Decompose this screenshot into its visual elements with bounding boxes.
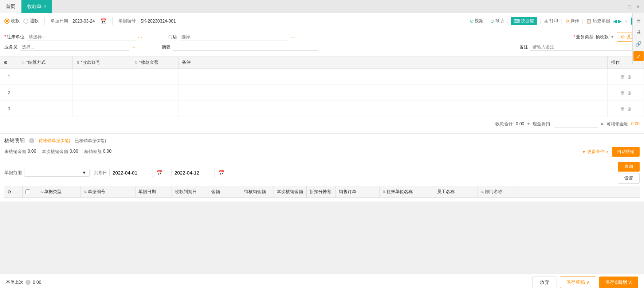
tab-active[interactable]: 收款单 × [21, 0, 52, 13]
tab-home[interactable]: 首页 [0, 0, 21, 13]
row-3-account[interactable] [73, 101, 131, 117]
calendar-icon[interactable]: 📅 [100, 18, 106, 24]
minimize-button[interactable]: — [618, 4, 624, 9]
help-button[interactable]: ⊙ 帮助 [490, 18, 504, 24]
radio-receipt[interactable]: 收款 [4, 18, 20, 24]
radio-refund[interactable]: 退款 [23, 18, 39, 24]
btable-select-all[interactable] [25, 189, 30, 194]
table-header: ⚙ ⇅ *结算方式 ⇅ *收款账号 ⇅ *收款金额 备注 操作 [0, 56, 644, 69]
nav-arrows: ◀ ▶ [613, 18, 622, 24]
business-type-arrow: ▼ [610, 34, 614, 39]
reconcile-stats: 未核销金额 0.00 本次核销金额 0.00 核销差额 0.00 ▼ 更多条件 … [4, 147, 640, 157]
window-controls: — □ × [618, 4, 644, 9]
row-1-settlement[interactable] [18, 69, 73, 85]
row-2-settlement[interactable] [18, 85, 73, 101]
maximize-button[interactable]: □ [627, 4, 632, 9]
history-button[interactable]: 📋 历史单据 [586, 18, 610, 24]
store-input[interactable] [179, 34, 288, 40]
right-panel-print-icon[interactable]: 🖨 [634, 28, 643, 36]
table-row: 1 🗑 ⊕ [0, 69, 644, 85]
close-button[interactable]: × [635, 4, 641, 9]
summary-input[interactable] [173, 44, 318, 51]
account-col-header: ⇅ *收款账号 [73, 56, 131, 68]
row-2-copy-icon[interactable]: ⊕ [627, 90, 632, 96]
receipt-table: ⚙ ⇅ *结算方式 ⇅ *收款账号 ⇅ *收款金额 备注 操作 1 [0, 56, 644, 117]
row-1-remark[interactable] [178, 69, 608, 85]
shortcut-button[interactable]: ⌨ 快捷键 [511, 17, 537, 25]
range-select[interactable]: ▼ [24, 169, 90, 177]
row-2-delete-icon[interactable]: 🗑 [620, 90, 625, 96]
unchecked-stat: 未核销金额 0.00 [4, 149, 36, 155]
draft-button[interactable]: 保存草稿 ∧ [560, 277, 596, 288]
reconcile-amount-value: 0.00 [631, 121, 640, 126]
filter-icon: ▼ [582, 149, 586, 154]
settings-col-header[interactable]: ⚙ [0, 56, 18, 68]
video-icon: ⊙ [470, 19, 474, 24]
row-3-amount[interactable] [131, 101, 178, 117]
business-type-field: *业务类型 预收款 ▼ ⚙ 设置 [573, 32, 640, 42]
row-2-amount[interactable] [131, 85, 178, 101]
last-order-info-icon[interactable]: i [25, 280, 31, 285]
row-1-copy-icon[interactable]: ⊕ [627, 74, 632, 80]
row-3-copy-icon[interactable]: ⊕ [627, 106, 632, 112]
salesperson-input[interactable] [20, 44, 129, 51]
store-more-icon[interactable]: ··· [291, 34, 295, 40]
row-1-account[interactable] [73, 69, 131, 85]
done-tab[interactable]: 已核销单据(0笔) [75, 138, 106, 144]
due-date-from-calendar-icon[interactable]: 📅 [156, 170, 162, 176]
due-date-to-input[interactable] [171, 169, 215, 177]
filter-row: 单据范围 ▼ 到期日 📅 — 📅 查询 设置 [4, 160, 640, 186]
operation-button[interactable]: ⚙ 操作 [565, 18, 579, 24]
btable-settings-icon[interactable]: ⚙ [7, 189, 11, 195]
last-order-label: 本单上次 [6, 279, 23, 285]
prev-arrow[interactable]: ◀ [613, 18, 617, 24]
btable-due-date-col: 收款到期日 [172, 186, 208, 197]
sort-icon-dept: ⇅ [481, 190, 484, 194]
right-panel-expand-icon[interactable]: ⤢ [633, 51, 644, 61]
btable-settings-col[interactable]: ⚙ [4, 186, 23, 197]
date-value: 2023-03-24 [72, 19, 95, 24]
sort-icon-settlement: ⇅ [22, 60, 25, 64]
filter-buttons: 查询 设置 [618, 162, 640, 184]
right-panel-link-icon[interactable]: 🔗 [634, 39, 643, 48]
layout-icon[interactable]: ≡ [625, 18, 628, 24]
counterparty-more-icon[interactable]: ··· [138, 34, 142, 40]
right-panel-table-icon[interactable]: ⊟ [634, 16, 643, 25]
abandon-button[interactable]: 放弃 [532, 277, 557, 288]
next-arrow[interactable]: ▶ [618, 18, 622, 24]
row-1-delete-icon[interactable]: 🗑 [620, 74, 625, 80]
radio-receipt-circle [4, 19, 9, 24]
due-date-from-input[interactable] [109, 169, 153, 177]
store-field: 门店 ··· [168, 34, 295, 40]
btable-current-col: 本次核销金额 [274, 186, 307, 197]
top-toolbar: 收款 退款 单据日期 2023-03-24 📅 单据编号 SK-20230324… [0, 13, 644, 29]
query-button[interactable]: 查询 [618, 162, 640, 172]
draft-arrow-icon: ∧ [586, 279, 590, 285]
counterparty-input[interactable] [27, 34, 136, 40]
more-conditions-link[interactable]: ▼ 更多条件 ∧ [582, 149, 609, 155]
remark-input[interactable] [530, 44, 640, 51]
row-2-account[interactable] [73, 85, 131, 101]
row-1-amount[interactable] [131, 69, 178, 85]
filter-setting-button[interactable]: 设置 [618, 173, 640, 184]
row-2-remark[interactable] [178, 85, 608, 101]
tab-close-icon[interactable]: × [44, 4, 46, 9]
pending-tab[interactable]: 待核销单据(0笔) [39, 138, 70, 144]
btable-checkbox-col[interactable] [23, 186, 37, 197]
discount-input[interactable] [554, 120, 598, 128]
row-3-settlement[interactable] [18, 101, 73, 117]
reconcile-info-icon[interactable]: i [29, 138, 34, 143]
last-order-value: 0.00 [33, 280, 41, 285]
row-3-remark[interactable] [178, 101, 608, 117]
auto-reconcile-button[interactable]: 自动核销 [612, 147, 640, 157]
table-settings-icon[interactable]: ⚙ [4, 60, 8, 65]
row-3-delete-icon[interactable]: 🗑 [620, 106, 625, 112]
print-button[interactable]: 🖨 打印 [544, 18, 558, 24]
reconcile-section: 核销明细 i 待核销单据(0笔) 已核销单据(0笔) 未核销金额 0.00 本次… [0, 133, 644, 201]
save-new-button[interactable]: 保存&新增 ∧ [599, 277, 638, 288]
salesperson-more-icon[interactable]: ··· [131, 44, 136, 50]
diff-value: 0.00 [103, 149, 111, 155]
business-type-select[interactable]: 预收款 ▼ [596, 34, 614, 40]
video-button[interactable]: ⊙ 视频 [470, 18, 483, 24]
due-date-to-calendar-icon[interactable]: 📅 [218, 170, 224, 176]
